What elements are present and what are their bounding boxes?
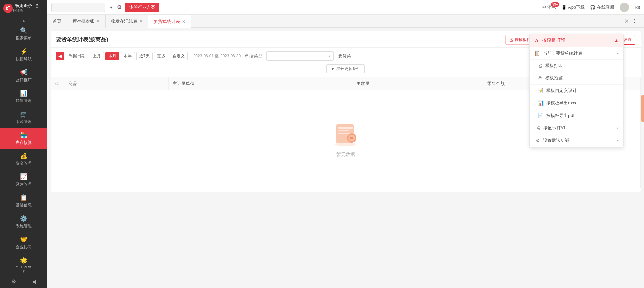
sidebar-label-operations: 经营管理 <box>16 182 32 187</box>
sidebar-item-enterprise[interactable]: 🤝 企业协同 <box>0 232 47 253</box>
export-pdf-icon: 📄 <box>538 113 544 118</box>
search-input[interactable] <box>51 3 105 12</box>
settings-bottom-icon[interactable]: ⚙ <box>11 278 16 285</box>
online-service-btn[interactable]: 🎧 在线客服 <box>590 4 614 10</box>
print-template-print-item[interactable]: 🖨 模板打印 <box>530 60 623 72</box>
app-logo: 好 畅捷通好生意 标准版 <box>0 0 47 17</box>
print-dropdown-header-left: 🖨 按模板打印 <box>534 37 565 43</box>
sidebar-item-purchase[interactable]: 🛒 采购管理 <box>0 107 47 128</box>
svg-rect-2 <box>338 127 353 129</box>
last7days-btn[interactable]: 近7天 <box>136 52 153 60</box>
tab-order-stats[interactable]: 要货单统计表 ✕ <box>148 15 191 28</box>
tabs-expand-btn[interactable]: ⛶ <box>633 17 641 25</box>
template-preview-label: 模板预览 <box>545 75 563 81</box>
sidebar-icon-operations: 📈 <box>20 173 27 181</box>
sidebar-item-inventory[interactable]: 🏪 库存核算 <box>0 128 47 149</box>
search-dropdown-btn[interactable]: ▾ <box>109 4 114 11</box>
sidebar-item-marketing[interactable]: 📢 营销推广 <box>0 65 47 86</box>
export-excel-label: 按模板导出excel <box>546 100 578 106</box>
sidebar-item-shortcut[interactable]: ⚡ 快捷导航 <box>0 44 47 65</box>
date-filter-label: 单据日期 <box>68 53 86 59</box>
sidebar-item-operations[interactable]: 📈 经营管理 <box>0 170 47 191</box>
avatar <box>620 3 629 12</box>
sidebar-icon-purchase: 🛒 <box>20 110 27 118</box>
sidebar: 好 畅捷通好生意 标准版 ▲ 🔍 搜索菜单 ⚡ 快捷导航 📢 营销推广 📊 销售… <box>0 0 47 288</box>
print-export-pdf-item[interactable]: 📄 按模板导出pdf <box>530 109 623 122</box>
template-custom-label: 模板自定义设计 <box>546 88 577 94</box>
sidebar-item-guide[interactable]: 🌟 新手引导 <box>0 253 47 268</box>
tab-batch-label: 库存批次账 <box>72 18 94 24</box>
display-print-chevron-icon: ▾ <box>617 126 619 130</box>
app-download-btn[interactable]: 📱 App下载 <box>561 4 585 10</box>
prev-month-btn[interactable]: 上月 <box>90 52 104 60</box>
tab-summary[interactable]: 收发存汇总表 ✕ <box>106 15 148 28</box>
sidebar-label-shortcut: 快捷导航 <box>16 56 32 62</box>
scrollbar-thumb[interactable] <box>641 95 644 122</box>
date-range-text: 2023-06-01 至 2023-06-30 <box>193 53 241 59</box>
settings-label: 设置 <box>623 37 632 43</box>
print-template-preview-item[interactable]: 👁 模板预览 <box>530 72 623 85</box>
table-column-settings-icon[interactable]: ⚙ <box>55 81 59 86</box>
export-excel-left: 📊 按模板导出excel <box>538 100 578 106</box>
custom-date-btn[interactable]: 自定义 <box>170 52 188 60</box>
logo-icon: 好 <box>3 4 13 13</box>
sidebar-scroll-up[interactable]: ▲ <box>0 17 47 24</box>
filter-toggle-btn[interactable]: ◀ <box>56 52 64 60</box>
print-export-excel-item[interactable]: 📊 按模板导出excel <box>530 97 623 109</box>
sidebar-nav: 🔍 搜索菜单 ⚡ 快捷导航 📢 营销推广 📊 销售管理 🛒 采购管理 🏪 库存核… <box>0 24 47 268</box>
print-current-item[interactable]: 📋 当前：要货单统计表 ▾ <box>530 47 623 60</box>
display-print-left: 🖨 按显示打印 <box>536 125 565 131</box>
tab-batch[interactable]: 库存批次账 ✕ <box>67 15 106 28</box>
tab-order-stats-label: 要货单统计表 <box>154 19 180 25</box>
logo-title: 畅捷通好生意 <box>15 3 39 9</box>
set-default-label: 设置默认功能 <box>543 137 569 143</box>
order-type-select[interactable]: ▾ <box>266 51 334 61</box>
display-print-icon: 🖨 <box>536 125 540 131</box>
display-print-label: 按显示打印 <box>543 125 565 131</box>
collapse-sidebar-icon[interactable]: ◀ <box>32 278 36 285</box>
current-year-btn[interactable]: 本年 <box>121 52 135 60</box>
print-template-custom-item[interactable]: 📝 模板自定义设计 <box>530 85 623 97</box>
tabs-close-btn[interactable]: ✕ <box>622 17 631 25</box>
sidebar-item-sales[interactable]: 📊 销售管理 <box>0 86 47 107</box>
tab-batch-close[interactable]: ✕ <box>96 19 100 24</box>
expand-icon: ▼ <box>331 67 335 71</box>
print-dropdown-title: 按模板打印 <box>542 37 565 43</box>
sidebar-item-search[interactable]: 🔍 搜索菜单 <box>0 24 47 44</box>
sidebar-icon-search: 🔍 <box>20 27 27 34</box>
sidebar-icon-system: ⚙️ <box>20 215 27 222</box>
table-col-settings: ⚙ <box>51 77 64 90</box>
tab-order-stats-close[interactable]: ✕ <box>182 19 185 24</box>
display-print-item[interactable]: 🖨 按显示打印 ▾ <box>530 122 623 134</box>
sidebar-scroll-down[interactable]: ▼ <box>0 268 47 275</box>
sidebar-label-search: 搜索菜单 <box>16 35 32 41</box>
sidebar-item-basic[interactable]: 📋 基础信息 <box>0 191 47 212</box>
user-avatar-btn[interactable] <box>620 3 629 12</box>
topbar-settings-btn[interactable]: ⚙ <box>117 4 122 10</box>
messages-btn[interactable]: ✉ 消息 99+ <box>542 4 556 10</box>
sidebar-label-basic: 基础信息 <box>16 202 32 208</box>
tab-summary-close[interactable]: ✕ <box>139 19 143 24</box>
print-dropdown-menu: 🖨 按模板打印 ▲ 📋 当前：要货单统计表 ▾ 🖨 模板打印 👁 模板预览 📝 … <box>529 34 624 147</box>
tab-home[interactable]: 首页 <box>47 15 67 28</box>
set-default-item[interactable]: ⚙ 设置默认功能 ▾ <box>530 134 623 147</box>
template-custom-left: 📝 模板自定义设计 <box>538 88 577 94</box>
template-print-label: 模板打印 <box>545 63 563 69</box>
table-col-product: 商品 <box>64 77 169 90</box>
topbar-right: ✉ 消息 99+ 📱 App下载 🎧 在线客服 Rit <box>542 3 640 12</box>
expand-label: 展开更多条件 <box>336 66 360 72</box>
more-date-btn[interactable]: 更多 <box>154 52 168 60</box>
current-template-chevron-icon: ▾ <box>617 52 619 55</box>
sidebar-item-system[interactable]: ⚙️ 系统管理 <box>0 212 47 232</box>
trial-btn[interactable]: 体验行业方案 <box>125 3 159 12</box>
export-excel-icon: 📊 <box>538 100 544 106</box>
current-month-btn[interactable]: 本月 <box>105 52 119 60</box>
sidebar-icon-guide: 🌟 <box>20 257 27 264</box>
print-dropdown-header[interactable]: 🖨 按模板打印 ▲ <box>530 34 623 47</box>
print-dropdown-collapse-icon: ▲ <box>614 38 619 43</box>
sidebar-item-finance[interactable]: 💰 资金管理 <box>0 149 47 170</box>
expand-more-btn[interactable]: ▼ 展开更多条件 <box>326 64 365 73</box>
sidebar-icon-sales: 📊 <box>20 90 27 97</box>
sidebar-icon-enterprise: 🤝 <box>20 236 27 243</box>
tab-home-label: 首页 <box>53 18 61 24</box>
